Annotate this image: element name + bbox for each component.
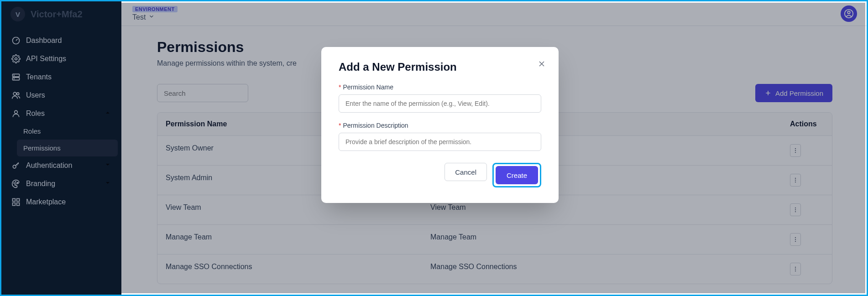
modal-actions: Cancel Create bbox=[339, 163, 541, 187]
add-permission-modal: Add a New Permission *Permission Name *P… bbox=[321, 47, 559, 203]
create-button[interactable]: Create bbox=[496, 166, 538, 184]
permission-name-input[interactable] bbox=[339, 94, 541, 113]
permission-name-label: *Permission Name bbox=[339, 83, 541, 91]
cancel-button[interactable]: Cancel bbox=[444, 163, 487, 181]
modal-title: Add a New Permission bbox=[339, 61, 541, 73]
close-button[interactable] bbox=[536, 58, 548, 70]
permission-description-label: *Permission Description bbox=[339, 122, 541, 129]
close-icon bbox=[537, 59, 546, 68]
create-button-highlight: Create bbox=[492, 163, 541, 187]
permission-description-input[interactable] bbox=[339, 133, 541, 151]
